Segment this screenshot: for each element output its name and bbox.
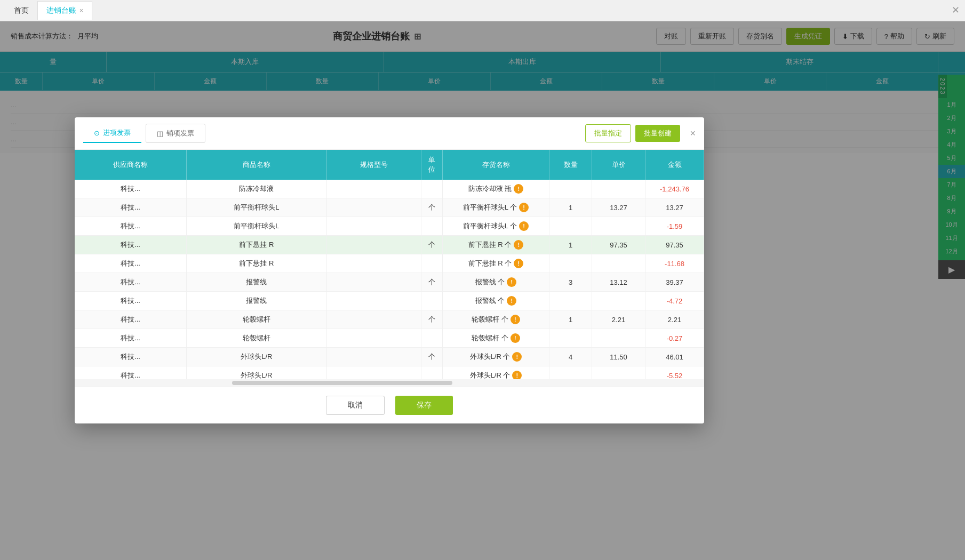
tab-ledger[interactable]: 进销台账 × — [37, 1, 92, 20]
cell-company: 科技... — [75, 348, 186, 366]
cell-spec — [326, 292, 421, 310]
warning-icon: ! — [519, 203, 529, 212]
cell-inventory: 外球头L/R 个 ! — [443, 366, 549, 380]
cell-quantity: 4 — [549, 348, 592, 366]
cell-product: 外球头L/R — [186, 348, 326, 366]
cell-product: 轮毂螺杆 — [186, 310, 326, 329]
cell-spec — [326, 366, 421, 380]
cell-amount: -4.72 — [645, 292, 704, 310]
cell-quantity: 1 — [549, 236, 592, 254]
warning-icon: ! — [512, 371, 522, 379]
table-row[interactable]: 科技...前下悬挂 R个 前下悬挂 R 个 ! 197.3597.35 — [75, 236, 704, 254]
table-row[interactable]: 科技...防冻冷却液 防冻冷却液 瓶 ! -1,243.76 — [75, 180, 704, 198]
cell-product: 报警线 — [186, 273, 326, 292]
incoming-invoice-icon: ⊙ — [94, 129, 100, 137]
cell-inventory: 前平衡杆球头L 个 ! — [443, 198, 549, 217]
main-content: 销售成本计算方法： 月平均 商贸企业进销台账 ⊞ 对账 重新开账 存货别名 生成… — [0, 21, 965, 560]
cell-product: 前平衡杆球头L — [186, 198, 326, 217]
col-quantity: 数量 — [549, 150, 592, 180]
warning-icon: ! — [507, 296, 516, 306]
cell-amount: 46.01 — [645, 348, 704, 366]
cell-inventory: 防冻冷却液 瓶 ! — [443, 180, 549, 198]
cell-unit-price: 13.12 — [592, 273, 645, 292]
cell-company: 科技... — [75, 273, 186, 292]
cell-unit: 个 — [421, 310, 443, 329]
horizontal-scrollbar[interactable] — [75, 379, 704, 387]
cell-inventory: 轮毂螺杆 个 ! — [443, 329, 549, 348]
cell-amount: 97.35 — [645, 236, 704, 254]
cell-company: 科技... — [75, 236, 186, 254]
cell-unit-price: 97.35 — [592, 236, 645, 254]
save-button[interactable]: 保存 — [395, 396, 453, 415]
cell-unit-price — [592, 254, 645, 273]
cell-product: 防冻冷却液 — [186, 180, 326, 198]
col-inventory: 存货名称 — [443, 150, 549, 180]
cell-unit-price — [592, 366, 645, 380]
warning-icon: ! — [519, 221, 529, 231]
cell-company: 科技... — [75, 310, 186, 329]
col-amount: 金额 — [645, 150, 704, 180]
cell-spec — [326, 310, 421, 329]
cell-company: 科技... — [75, 292, 186, 310]
cell-unit — [421, 366, 443, 380]
cell-inventory: 前下悬挂 R 个 ! — [443, 236, 549, 254]
cell-unit — [421, 329, 443, 348]
warning-icon: ! — [512, 352, 522, 362]
batch-assign-button[interactable]: 批量指定 — [585, 124, 631, 142]
cell-unit-price — [592, 217, 645, 236]
cell-product: 报警线 — [186, 292, 326, 310]
table-row[interactable]: 科技...前平衡杆球头L 前平衡杆球头L 个 ! -1.59 — [75, 217, 704, 236]
warning-icon: ! — [514, 240, 523, 250]
col-company: 供应商名称 — [75, 150, 186, 180]
invoice-table-container[interactable]: 供应商名称 商品名称 规格型号 单位 存货名称 数量 单价 金额 科技...防冻… — [75, 150, 704, 379]
table-row[interactable]: 科技...报警线个 报警线 个 ! 313.1239.37 — [75, 273, 704, 292]
cell-unit-price: 2.21 — [592, 310, 645, 329]
table-row[interactable]: 科技...轮毂螺杆 轮毂螺杆 个 ! -0.27 — [75, 329, 704, 348]
table-row[interactable]: 科技...前平衡杆球头L个 前平衡杆球头L 个 ! 113.2713.27 — [75, 198, 704, 217]
cell-quantity — [549, 292, 592, 310]
col-unit: 单位 — [421, 150, 443, 180]
cell-inventory: 报警线 个 ! — [443, 273, 549, 292]
cell-spec — [326, 254, 421, 273]
tab-home[interactable]: 首页 — [5, 2, 37, 20]
cell-company: 科技... — [75, 217, 186, 236]
warning-icon: ! — [514, 184, 523, 194]
cell-spec — [326, 180, 421, 198]
cell-unit: 个 — [421, 236, 443, 254]
cancel-button[interactable]: 取消 — [326, 396, 385, 415]
warning-icon: ! — [511, 333, 520, 343]
cell-unit-price: 13.27 — [592, 198, 645, 217]
tab-close-icon[interactable]: × — [79, 7, 83, 14]
table-row[interactable]: 科技...外球头L/R 外球头L/R 个 ! -5.52 — [75, 366, 704, 380]
cell-spec — [326, 236, 421, 254]
tab-incoming-invoice[interactable]: ⊙ 进项发票 — [83, 124, 141, 143]
batch-create-button[interactable]: 批量创建 — [635, 125, 680, 142]
cell-inventory: 外球头L/R 个 ! — [443, 348, 549, 366]
modal-close-button[interactable]: × — [690, 128, 696, 139]
cell-unit: 个 — [421, 348, 443, 366]
cell-amount: -0.27 — [645, 329, 704, 348]
modal-footer: 取消 保存 — [75, 387, 704, 423]
cell-company: 科技... — [75, 254, 186, 273]
cell-amount: -1,243.76 — [645, 180, 704, 198]
modal-action-buttons: 批量指定 批量创建 × — [585, 124, 696, 142]
table-row[interactable]: 科技...外球头L/R个 外球头L/R 个 ! 411.5046.01 — [75, 348, 704, 366]
cell-product: 外球头L/R — [186, 366, 326, 380]
warning-icon: ! — [511, 315, 520, 324]
cell-inventory: 轮毂螺杆 个 ! — [443, 310, 549, 329]
cell-inventory: 前下悬挂 R 个 ! — [443, 254, 549, 273]
cell-product: 前下悬挂 R — [186, 254, 326, 273]
cell-product: 轮毂螺杆 — [186, 329, 326, 348]
table-row[interactable]: 科技...轮毂螺杆个 轮毂螺杆 个 ! 12.212.21 — [75, 310, 704, 329]
table-row[interactable]: 科技...前下悬挂 R 前下悬挂 R 个 ! -11.68 — [75, 254, 704, 273]
table-row[interactable]: 科技...报警线 报警线 个 ! -4.72 — [75, 292, 704, 310]
cell-amount: -11.68 — [645, 254, 704, 273]
tab-outgoing-invoice[interactable]: ◫ 销项发票 — [146, 124, 205, 143]
warning-icon: ! — [507, 277, 516, 287]
window-close-icon[interactable]: ✕ — [952, 5, 960, 15]
invoice-modal: ⊙ 进项发票 ◫ 销项发票 批量指定 批量创建 × — [75, 117, 704, 423]
cell-company: 科技... — [75, 180, 186, 198]
scroll-thumb[interactable] — [232, 381, 452, 385]
cell-amount: -1.59 — [645, 217, 704, 236]
cell-amount: -5.52 — [645, 366, 704, 380]
